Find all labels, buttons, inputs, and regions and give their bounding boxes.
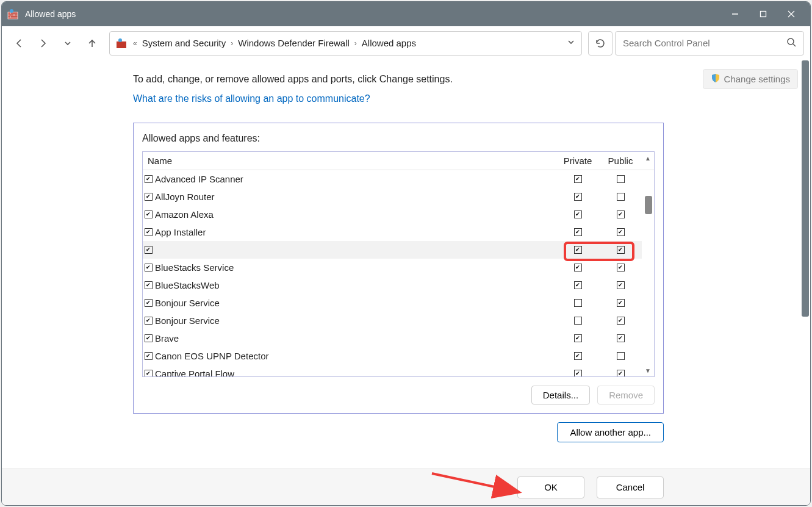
breadcrumb-seg3[interactable]: Allowed apps bbox=[362, 38, 416, 48]
checkbox[interactable] bbox=[574, 246, 582, 254]
recent-dropdown[interactable] bbox=[57, 32, 79, 54]
svg-line-10 bbox=[793, 44, 796, 46]
breadcrumb-seg2[interactable]: Windows Defender Firewall bbox=[238, 38, 350, 48]
app-name: Amazon Alexa bbox=[154, 209, 556, 220]
checkbox[interactable] bbox=[574, 193, 582, 201]
list-scrollbar[interactable]: ▲ ▼ bbox=[642, 152, 654, 376]
table-row[interactable]: Bonjour Service bbox=[143, 294, 642, 312]
checkbox[interactable] bbox=[145, 264, 153, 271]
checkbox[interactable] bbox=[145, 299, 153, 307]
window-scrollbar[interactable] bbox=[800, 60, 809, 469]
risk-link[interactable]: What are the risks of allowing an app to… bbox=[133, 93, 370, 104]
lead-text: To add, change, or remove allowed apps a… bbox=[133, 74, 798, 85]
chevron-left-icon: « bbox=[133, 39, 137, 48]
app-name: Captive Portal Flow bbox=[154, 369, 556, 376]
chevron-down-icon[interactable] bbox=[567, 38, 575, 48]
checkbox[interactable] bbox=[145, 193, 153, 201]
window: Allowed apps « System and Security › Win… bbox=[1, 1, 811, 506]
checkbox[interactable] bbox=[574, 210, 582, 218]
table-row[interactable]: Advanced IP Scanner bbox=[143, 170, 642, 188]
checkbox[interactable] bbox=[574, 370, 582, 376]
checkbox[interactable] bbox=[574, 317, 582, 325]
scroll-up-icon[interactable]: ▲ bbox=[642, 152, 654, 164]
ok-button[interactable]: OK bbox=[517, 476, 584, 498]
checkbox[interactable] bbox=[145, 352, 153, 360]
details-button[interactable]: Details... bbox=[531, 386, 590, 405]
checkbox[interactable] bbox=[145, 175, 153, 183]
window-title: Allowed apps bbox=[25, 9, 721, 19]
change-settings-button[interactable]: Change settings bbox=[703, 69, 798, 89]
refresh-button[interactable] bbox=[588, 31, 613, 56]
shield-icon bbox=[711, 73, 720, 85]
scroll-thumb[interactable] bbox=[645, 196, 652, 214]
app-name: BlueStacksWeb bbox=[154, 280, 556, 290]
checkbox[interactable] bbox=[617, 299, 625, 307]
window-scroll-thumb[interactable] bbox=[802, 60, 809, 317]
checkbox[interactable] bbox=[145, 246, 153, 254]
checkbox[interactable] bbox=[145, 334, 153, 342]
maximize-button[interactable] bbox=[749, 2, 777, 26]
address-bar[interactable]: « System and Security › Windows Defender… bbox=[109, 31, 582, 56]
checkbox[interactable] bbox=[574, 264, 582, 271]
table-row[interactable]: Captive Portal Flow bbox=[143, 365, 642, 376]
checkbox[interactable] bbox=[617, 210, 625, 218]
checkbox[interactable] bbox=[145, 370, 153, 376]
checkbox[interactable] bbox=[574, 352, 582, 360]
checkbox[interactable] bbox=[574, 299, 582, 307]
checkbox[interactable] bbox=[574, 175, 582, 183]
close-button[interactable] bbox=[777, 2, 805, 26]
back-button[interactable] bbox=[8, 32, 30, 54]
minimize-button[interactable] bbox=[721, 2, 749, 26]
checkbox[interactable] bbox=[617, 246, 625, 254]
svg-point-2 bbox=[10, 9, 13, 13]
svg-point-9 bbox=[788, 38, 794, 45]
search-input[interactable] bbox=[623, 38, 786, 48]
app-name: Brave bbox=[154, 333, 556, 343]
col-private[interactable]: Private bbox=[556, 156, 599, 166]
cancel-button[interactable]: Cancel bbox=[597, 476, 664, 498]
checkbox[interactable] bbox=[145, 281, 153, 289]
breadcrumb-seg1[interactable]: System and Security bbox=[142, 38, 226, 48]
checkbox[interactable] bbox=[574, 281, 582, 289]
table-row[interactable]: App Installer bbox=[143, 223, 642, 241]
search-icon bbox=[786, 37, 796, 49]
checkbox[interactable] bbox=[617, 175, 625, 183]
checkbox[interactable] bbox=[145, 317, 153, 325]
checkbox[interactable] bbox=[145, 228, 153, 236]
table-row[interactable] bbox=[143, 241, 642, 259]
checkbox[interactable] bbox=[574, 228, 582, 236]
table-row[interactable]: Amazon Alexa bbox=[143, 206, 642, 223]
table-row[interactable]: BlueStacksWeb bbox=[143, 276, 642, 294]
up-button[interactable] bbox=[81, 32, 103, 54]
col-name[interactable]: Name bbox=[143, 156, 556, 166]
chevron-right-icon: › bbox=[354, 39, 357, 48]
checkbox[interactable] bbox=[574, 334, 582, 342]
checkbox[interactable] bbox=[617, 370, 625, 376]
table-row[interactable]: BlueStacks Service bbox=[143, 259, 642, 276]
table-row[interactable]: Canon EOS UPNP Detector bbox=[143, 347, 642, 365]
allow-another-app-button[interactable]: Allow another app... bbox=[557, 422, 664, 442]
list-body[interactable]: Advanced IP ScannerAllJoyn RouterAmazon … bbox=[143, 170, 642, 376]
checkbox[interactable] bbox=[617, 334, 625, 342]
checkbox[interactable] bbox=[617, 352, 625, 360]
search-box[interactable] bbox=[615, 31, 804, 56]
app-name: Bonjour Service bbox=[154, 298, 556, 308]
checkbox[interactable] bbox=[617, 193, 625, 201]
checkbox[interactable] bbox=[617, 228, 625, 236]
table-row[interactable]: Brave bbox=[143, 329, 642, 347]
col-public[interactable]: Public bbox=[599, 156, 642, 166]
app-name: Canon EOS UPNP Detector bbox=[154, 351, 556, 361]
forward-button[interactable] bbox=[32, 32, 54, 54]
scroll-down-icon[interactable]: ▼ bbox=[642, 364, 654, 376]
checkbox[interactable] bbox=[617, 317, 625, 325]
navbar: « System and Security › Windows Defender… bbox=[2, 26, 810, 60]
checkbox[interactable] bbox=[145, 210, 153, 218]
checkbox[interactable] bbox=[617, 281, 625, 289]
arrow-annotation bbox=[429, 469, 526, 499]
table-row[interactable]: Bonjour Service bbox=[143, 312, 642, 329]
app-name: Advanced IP Scanner bbox=[154, 174, 556, 184]
checkbox[interactable] bbox=[617, 264, 625, 271]
remove-button[interactable]: Remove bbox=[597, 386, 655, 405]
app-name: BlueStacks Service bbox=[154, 262, 556, 273]
table-row[interactable]: AllJoyn Router bbox=[143, 188, 642, 206]
